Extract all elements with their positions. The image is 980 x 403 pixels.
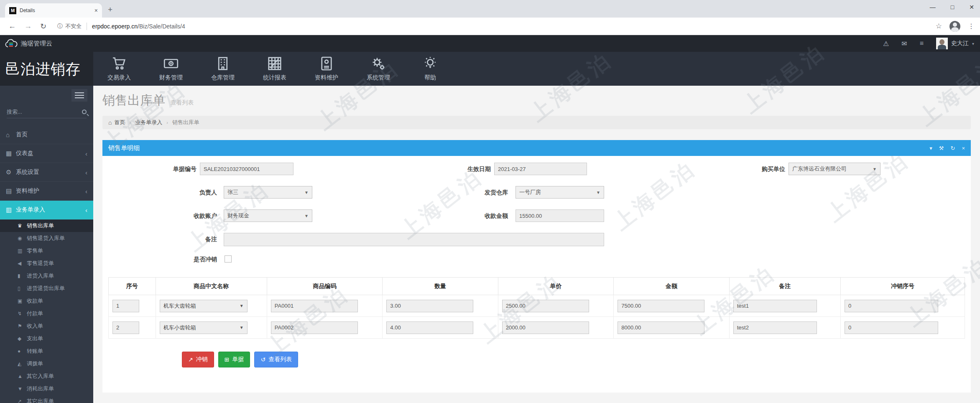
- app-brand[interactable]: 瀚琚管理云: [0, 39, 52, 48]
- address-bar[interactable]: erpdoc.epoerp.cn/Biz/Sale/Details/4: [92, 23, 185, 30]
- row-amount-input[interactable]: [618, 300, 704, 312]
- row-writeoff-input[interactable]: [845, 321, 938, 334]
- collapse-icon[interactable]: ▾: [929, 145, 932, 151]
- warehouse-select[interactable]: 一号厂房 ▼: [516, 186, 604, 199]
- reload-icon[interactable]: ↻: [40, 22, 46, 31]
- row-writeoff-input[interactable]: [845, 300, 938, 312]
- search-input[interactable]: [7, 109, 82, 115]
- view-list-button[interactable]: ↺ 查看列表: [254, 352, 298, 367]
- topmenu-data[interactable]: 资料维护: [301, 52, 352, 86]
- submenu-label: 零售退货单: [27, 260, 54, 267]
- search-icon[interactable]: [82, 110, 87, 114]
- row-price-input[interactable]: [502, 300, 589, 312]
- remark-input[interactable]: [224, 233, 604, 246]
- submenu-sales-outbound[interactable]: ♛ 销售出库单: [0, 219, 93, 232]
- eye-icon: ◉: [18, 235, 27, 241]
- info-icon[interactable]: ⓘ: [57, 23, 63, 30]
- user-menu[interactable]: 史大江 ▾: [936, 38, 974, 49]
- sidebar-item-home[interactable]: ⌂ 首页: [0, 125, 93, 144]
- manager-value: 张三: [227, 189, 238, 196]
- sidebar-toggle-icon[interactable]: [71, 89, 87, 102]
- writeoff-button[interactable]: ↗ 冲销: [182, 352, 214, 367]
- close-icon[interactable]: ×: [962, 145, 965, 151]
- amount-input[interactable]: [516, 209, 604, 222]
- submenu-payment[interactable]: ↯ 付款单: [0, 307, 93, 320]
- submenu-transfer[interactable]: ● 转账单: [0, 345, 93, 357]
- topmenu-reports[interactable]: 统计报表: [249, 52, 301, 86]
- submenu-retail[interactable]: ▥ 零售单: [0, 245, 93, 257]
- submenu-other-inbound[interactable]: ▲ 其它入库单: [0, 370, 93, 383]
- submenu-purchase-return-outbound[interactable]: ▯ 进货退货出库单: [0, 282, 93, 295]
- row-code-input[interactable]: [271, 321, 358, 334]
- row-product-select[interactable]: 机车小齿轮箱 ▼: [160, 321, 248, 334]
- doc-no-input[interactable]: [200, 163, 293, 175]
- sidebar-item-order-entry[interactable]: ▥ 业务单录入 ‹: [0, 201, 93, 219]
- share-arrow-icon: ↗: [18, 398, 27, 403]
- submenu-allocation[interactable]: ◭ 调拨单: [0, 357, 93, 370]
- submenu-other-outbound[interactable]: ↗ 其它出库单: [0, 395, 93, 403]
- date-input[interactable]: [494, 163, 587, 175]
- row-product-select[interactable]: 机车大齿轮箱 ▼: [160, 300, 248, 312]
- messages-icon[interactable]: ✉: [901, 40, 907, 48]
- row-remark-input[interactable]: [733, 300, 817, 312]
- caret-down-icon: ▼: [304, 214, 309, 218]
- row-price-input[interactable]: [502, 321, 589, 334]
- alerts-icon[interactable]: ⚠: [883, 40, 889, 48]
- submenu-label: 收款单: [27, 297, 43, 305]
- sidebar-item-settings[interactable]: ⚙ 系统设置 ‹: [0, 163, 93, 182]
- tasks-icon[interactable]: ≡: [920, 40, 924, 47]
- submenu-sales-return-inbound[interactable]: ◉ 销售退货入库单: [0, 232, 93, 245]
- new-tab-button[interactable]: +: [108, 5, 112, 14]
- table-row: 机车小齿轮箱 ▼: [109, 317, 965, 339]
- sidebar-item-label: 系统设置: [16, 168, 39, 176]
- window-minimize-button[interactable]: —: [930, 4, 936, 10]
- document-button[interactable]: ⊞ 单据: [218, 352, 250, 367]
- submenu-retail-return[interactable]: ◀ 零售退货单: [0, 257, 93, 270]
- topmenu-warehouse[interactable]: 仓库管理: [197, 52, 249, 86]
- account-value: 财务现金: [227, 212, 249, 219]
- browser-menu-icon[interactable]: ⋮: [968, 22, 975, 30]
- browser-tab[interactable]: M Details ×: [5, 3, 102, 18]
- bookmark-star-icon[interactable]: ☆: [936, 22, 942, 31]
- row-qty-input[interactable]: [386, 300, 473, 312]
- row-seq-input[interactable]: [112, 321, 139, 334]
- topmenu-finance[interactable]: 财务管理: [145, 52, 197, 86]
- refresh-icon[interactable]: ↻: [951, 145, 955, 151]
- row-remark-input[interactable]: [733, 321, 817, 334]
- app-header: 瀚琚管理云 ⚠ ✉ ≡ 史大江 ▾: [0, 35, 980, 52]
- col-header-product-code: 商品编码: [267, 278, 382, 295]
- topmenu-help[interactable]: 帮助: [404, 52, 456, 86]
- account-select[interactable]: 财务现金 ▼: [224, 209, 312, 222]
- gear-icon: ⚙: [6, 168, 16, 176]
- row-code-input[interactable]: [271, 300, 358, 312]
- submenu-expense[interactable]: ◆ 支出单: [0, 332, 93, 345]
- manager-select[interactable]: 张三 ▼: [224, 186, 312, 199]
- writeoff-checkbox[interactable]: [225, 255, 232, 263]
- row-amount-input[interactable]: [618, 321, 704, 334]
- sidebar-item-dashboard[interactable]: ▦ 仪表盘 ‹: [0, 144, 93, 163]
- topmenu-label: 系统管理: [367, 74, 390, 82]
- chevron-left-icon: ‹: [85, 150, 87, 157]
- submenu-receipt[interactable]: ▣ 收款单: [0, 295, 93, 307]
- forward-icon[interactable]: →: [24, 22, 32, 31]
- col-header-remark: 备注: [729, 278, 840, 295]
- buyer-select[interactable]: 广东博远石业有限公司 ▼: [789, 163, 880, 175]
- submenu-purchase-inbound[interactable]: ▮ 进货入库单: [0, 270, 93, 282]
- breadcrumb-order-entry[interactable]: 业务单录入: [135, 119, 162, 126]
- tab-close-icon[interactable]: ×: [94, 7, 98, 14]
- breadcrumb-home[interactable]: 首页: [114, 119, 125, 126]
- row-qty-input[interactable]: [386, 321, 473, 334]
- submenu-income[interactable]: ⚑ 收入单: [0, 320, 93, 332]
- col-header-seq: 序号: [109, 278, 156, 295]
- row-seq-input[interactable]: [112, 300, 139, 312]
- back-icon[interactable]: ←: [8, 22, 16, 31]
- topmenu-system[interactable]: 系统管理: [352, 52, 404, 86]
- wrench-icon[interactable]: ⚒: [939, 145, 944, 151]
- sidebar-item-data-maintenance[interactable]: ▤ 资料维护 ‹: [0, 182, 93, 201]
- window-close-button[interactable]: ✕: [969, 4, 974, 10]
- topmenu-transactions[interactable]: 交易录入: [93, 52, 145, 86]
- submenu-consume-outbound[interactable]: ▼ 消耗出库单: [0, 383, 93, 395]
- browser-profile-icon[interactable]: [949, 21, 960, 32]
- window-maximize-button[interactable]: □: [951, 4, 954, 10]
- buyer-value: 广东博远石业有限公司: [792, 165, 847, 173]
